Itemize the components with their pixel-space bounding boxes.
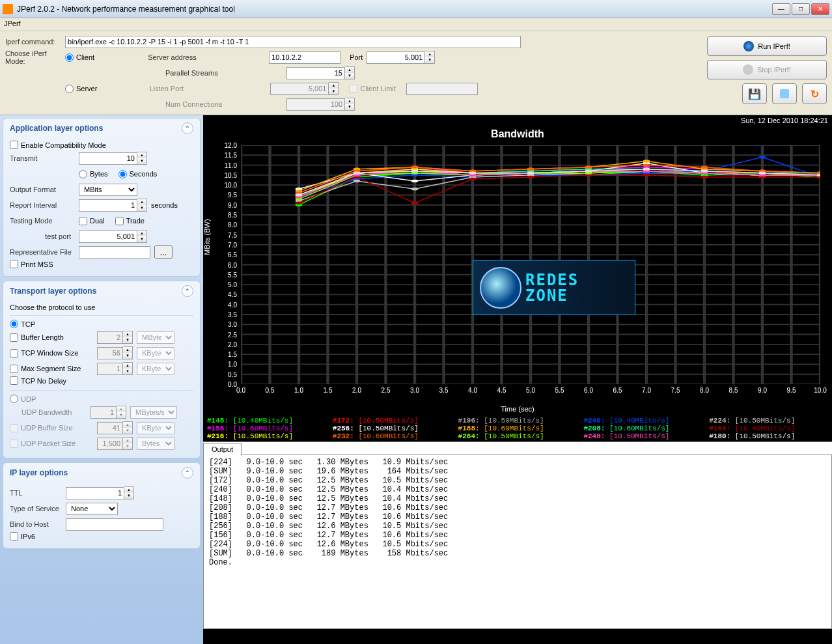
udp-radio[interactable]: UDP (10, 395, 36, 403)
config-area: Iperf command: Choose iPerf Mode: Client… (0, 31, 832, 115)
menu-bar[interactable]: JPerf (0, 18, 832, 31)
collapse-icon[interactable]: ⌃ (182, 285, 193, 297)
ttl-input[interactable] (66, 487, 124, 499)
mss-input (97, 363, 123, 375)
app-layer-panel: Application layer options⌃ Enable Compat… (3, 118, 201, 277)
listen-port-label: Listen Port (149, 85, 266, 92)
repfile-label: Representative File (10, 248, 75, 256)
transmit-spinner[interactable]: ▲▼ (137, 152, 147, 165)
mode-label: Choose iPerf Mode: (5, 49, 61, 65)
server-address-label: Server address (148, 53, 265, 61)
server-address-input[interactable] (269, 51, 340, 64)
mss-unit: KBytes (137, 363, 174, 375)
udp-bw-input (90, 406, 117, 419)
ttl-label: TTL (10, 489, 62, 497)
bind-input[interactable] (66, 518, 163, 531)
udp-bw-label: UDP Bandwidth (10, 408, 87, 416)
num-connections-input (286, 98, 345, 111)
ip-layer-header[interactable]: IP layer options⌃ (3, 463, 200, 483)
port-spinner[interactable]: ▲▼ (425, 51, 435, 64)
repfile-input[interactable] (79, 246, 150, 259)
tcp-nodelay-check[interactable]: TCP No Delay (10, 376, 66, 385)
svg-point-193 (701, 170, 708, 173)
save-icon-button[interactable]: 💾 (742, 83, 767, 104)
bytes-radio[interactable]: Bytes (79, 170, 108, 178)
svg-point-87 (354, 180, 361, 182)
refresh-icon-button[interactable]: ↻ (802, 83, 827, 104)
protocol-choose-label: Choose the protocol to use (10, 303, 193, 311)
svg-point-136 (296, 201, 303, 204)
svg-point-122 (643, 160, 650, 162)
output-format-label: Output Format (10, 186, 75, 193)
transmit-input[interactable] (79, 152, 137, 165)
floppy-icon: 💾 (748, 88, 761, 100)
collapse-icon[interactable]: ⌃ (182, 467, 193, 479)
x-axis-label: Time (sec) (501, 405, 534, 413)
testport-spinner[interactable]: ▲▼ (137, 230, 147, 243)
udp-buffer-check: UDP Buffer Size (10, 424, 87, 432)
minimize-button[interactable]: — (772, 3, 790, 15)
output-format-select[interactable]: MBits (79, 184, 137, 196)
transport-layer-header[interactable]: Transport layer options⌃ (3, 281, 200, 301)
mss-check[interactable]: Max Segment Size (10, 365, 87, 373)
seconds-radio[interactable]: Seconds (118, 170, 158, 178)
tcp-radio[interactable]: TCP (10, 320, 35, 328)
run-iperf-button[interactable]: Run IPerf! (707, 36, 827, 56)
report-spinner[interactable]: ▲▼ (137, 199, 147, 212)
transport-layer-panel: Transport layer options⌃ Choose the prot… (3, 281, 201, 458)
parallel-streams-label: Parallel Streams (165, 69, 283, 77)
collapse-icon[interactable]: ⌃ (182, 122, 193, 134)
parallel-streams-input[interactable] (286, 67, 345, 79)
client-radio[interactable]: Client (65, 53, 94, 62)
client-limit-check: Client Limit (349, 85, 395, 93)
svg-point-194 (759, 172, 766, 175)
app-icon (3, 4, 13, 14)
stop-icon (743, 64, 753, 75)
eraser-icon (780, 89, 789, 98)
output-tab[interactable]: Output (203, 443, 242, 455)
buffer-length-input (97, 331, 123, 344)
testing-mode-label: Testing Mode (10, 217, 75, 225)
repfile-browse-button[interactable]: ... (154, 245, 173, 259)
bind-label: Bind to Host (10, 520, 62, 528)
svg-point-138 (411, 201, 419, 204)
maximize-button[interactable]: □ (792, 3, 810, 15)
tos-label: Type of Service (10, 505, 62, 512)
port-input[interactable] (367, 51, 425, 64)
svg-point-84 (759, 156, 766, 158)
options-sidebar: Application layer options⌃ Enable Compat… (0, 115, 203, 644)
svg-point-189 (469, 172, 477, 175)
output-text[interactable]: [224] 9.0-10.0 sec 1.30 MBytes 10.9 Mbit… (203, 455, 832, 629)
compat-mode-check[interactable]: Enable Compatibility Mode (10, 141, 106, 149)
iperf-command-input[interactable] (65, 36, 521, 48)
udp-buffer-input (97, 422, 123, 434)
testport-label: test port (10, 232, 75, 240)
listen-port-spinner: ▲▼ (329, 82, 339, 95)
svg-point-158 (411, 165, 419, 168)
buffer-length-unit: MBytes (137, 331, 174, 344)
clear-icon-button[interactable] (772, 83, 797, 104)
testport-input[interactable] (79, 231, 137, 243)
dual-check[interactable]: Dual (79, 217, 105, 225)
report-interval-input[interactable] (79, 199, 137, 212)
ttl-spinner[interactable]: ▲▼ (124, 486, 134, 499)
svg-point-191 (585, 170, 592, 173)
trade-check[interactable]: Trade (115, 217, 145, 225)
tos-select[interactable]: None (66, 503, 118, 515)
output-panel: Output [224] 9.0-10.0 sec 1.30 MBytes 10… (203, 441, 832, 629)
parallel-spinner[interactable]: ▲▼ (345, 66, 355, 79)
app-layer-header[interactable]: Application layer options⌃ (3, 119, 200, 138)
ipv6-check[interactable]: IPv6 (10, 532, 35, 540)
buffer-length-check[interactable]: Buffer Length (10, 333, 87, 342)
stop-iperf-button[interactable]: Stop IPerf! (707, 60, 827, 79)
tcp-window-check[interactable]: TCP Window Size (10, 349, 87, 357)
svg-point-188 (411, 170, 419, 173)
svg-point-142 (643, 174, 650, 176)
udp-packet-unit: Bytes (137, 438, 174, 450)
tcp-window-input (97, 347, 123, 359)
iperf-command-label: Iperf command: (5, 38, 61, 46)
server-radio[interactable]: Server (65, 85, 97, 93)
close-button[interactable]: ✕ (811, 3, 829, 15)
report-interval-unit: seconds (151, 201, 178, 209)
print-mss-check[interactable]: Print MSS (10, 260, 53, 268)
